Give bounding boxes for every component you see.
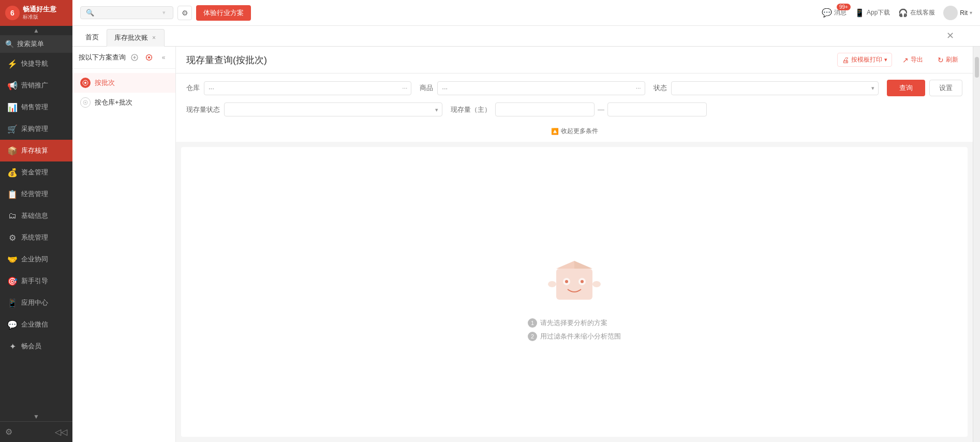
- newuser-icon: 🎯: [8, 276, 17, 286]
- sidebar-item-basic[interactable]: 🗂 基础信息: [0, 205, 72, 227]
- messages-btn[interactable]: 💬 消息 99+: [822, 8, 847, 18]
- refresh-btn[interactable]: ↻ 刷新: [933, 53, 962, 66]
- plan-list: 按批次 按仓库+批次: [72, 69, 175, 116]
- export-btn[interactable]: ↗ 导出: [898, 53, 927, 66]
- marketing-icon: 📢: [8, 81, 17, 90]
- status-select[interactable]: [671, 81, 879, 95]
- empty-tip-1: 1 请先选择要分析的方案: [528, 318, 621, 328]
- enterprise-icon: 🤝: [8, 255, 17, 264]
- gear-icon: ⚙: [182, 9, 188, 17]
- scroll-up-btn[interactable]: ▲: [0, 26, 72, 35]
- sidebar-item-operation[interactable]: 📋 经营管理: [0, 183, 72, 205]
- plan-item-warehouse-batch[interactable]: 按仓库+批次: [72, 93, 175, 112]
- right-scrollbar[interactable]: [973, 47, 980, 442]
- topbar-search-icon: 🔍: [86, 9, 94, 17]
- topbar-left: 🔍 ▾ ⚙ 体验行业方案: [80, 5, 816, 21]
- sidebar-item-finance[interactable]: 💰 资金管理: [0, 161, 72, 183]
- member-icon: ✦: [8, 342, 17, 351]
- stock-qty-max-input[interactable]: [607, 102, 707, 116]
- query-btn[interactable]: 查询: [887, 80, 925, 96]
- inventory-icon: 📦: [8, 146, 17, 155]
- sidebar-item-sales[interactable]: 📊 销售管理: [0, 96, 72, 118]
- filter-status: 状态 ▾: [654, 81, 879, 95]
- online-service-btn[interactable]: 🎧 在线客服: [898, 8, 935, 18]
- sidebar-item-label: 畅会员: [21, 342, 41, 351]
- collapse-panel-btn[interactable]: «: [158, 52, 169, 63]
- page-title: 现存量查询(按批次): [186, 54, 267, 66]
- download-icon: 📱: [855, 8, 865, 18]
- collapse-btn[interactable]: 🔼 收起更多条件: [547, 125, 602, 138]
- print-dropdown-icon[interactable]: ▾: [884, 56, 887, 63]
- tab-inventory-batch[interactable]: 库存批次账 ×: [107, 29, 165, 47]
- search-menu-label: 搜索菜单: [17, 39, 44, 49]
- export-btn-label: 导出: [911, 55, 923, 64]
- stock-status-select[interactable]: [224, 102, 442, 116]
- purchase-icon: 🛒: [8, 124, 17, 134]
- settings-icon[interactable]: ⚙: [5, 427, 12, 437]
- product-input[interactable]: [437, 81, 645, 95]
- empty-illustration: [541, 243, 608, 310]
- basic-icon: 🗂: [8, 211, 17, 220]
- svg-point-13: [592, 281, 601, 287]
- content-area: 按以下方案查询: [72, 47, 980, 442]
- warehouse-more-icon[interactable]: ···: [402, 84, 407, 92]
- empty-tip-2: 2 用过滤条件来缩小分析范围: [528, 332, 621, 341]
- sidebar-item-quick-nav[interactable]: ⚡ 快捷导航: [0, 53, 72, 75]
- filter-row-1: 仓库 ··· 商品 ···: [186, 80, 962, 96]
- sidebar-item-apps[interactable]: 📱 应用中心: [0, 292, 72, 314]
- print-btn[interactable]: 🖨 按模板打印 ▾: [837, 53, 892, 67]
- product-more-icon[interactable]: ···: [636, 84, 641, 92]
- search-menu-btn[interactable]: 🔍 搜索菜单: [0, 35, 72, 53]
- tip-num-1: 1: [528, 318, 537, 328]
- sidebar-item-member[interactable]: ✦ 畅会员: [0, 335, 72, 357]
- product-input-wrap: ···: [437, 81, 645, 95]
- system-icon: ⚙: [8, 233, 17, 242]
- sidebar-item-enterprise[interactable]: 🤝 企业协同: [0, 248, 72, 270]
- settings-outline-btn[interactable]: 设置: [929, 80, 962, 96]
- scrollbar-thumb[interactable]: [975, 57, 979, 78]
- sidebar-item-marketing[interactable]: 📢 营销推广: [0, 75, 72, 96]
- svg-point-2: [148, 56, 150, 58]
- finance-icon: 💰: [8, 168, 17, 177]
- collapse-btn-label: 收起更多条件: [561, 127, 598, 136]
- plan-settings-btn[interactable]: [143, 52, 155, 63]
- plan-item-batch[interactable]: 按批次: [72, 73, 175, 93]
- warehouse-input[interactable]: [204, 81, 411, 95]
- add-plan-btn[interactable]: [129, 52, 140, 63]
- collapse-sidebar-icon[interactable]: ◁◁: [55, 427, 67, 437]
- sidebar: 6 畅通好生意 标准版 ▲ 🔍 搜索菜单 ⚡ 快捷导航 📢 营销推广: [0, 0, 72, 442]
- sidebar-item-newuser[interactable]: 🎯 新手引导: [0, 270, 72, 292]
- stock-qty-min-input[interactable]: [495, 102, 595, 116]
- svg-point-10: [565, 280, 568, 283]
- sidebar-item-label: 采购管理: [21, 124, 48, 134]
- service-icon: 🎧: [898, 8, 908, 18]
- app-download-btn[interactable]: 📱 App下载: [855, 8, 890, 18]
- scroll-down-btn[interactable]: ▼: [0, 412, 72, 421]
- filter-action-buttons: 查询 设置: [887, 80, 962, 96]
- tab-home[interactable]: 首页: [78, 28, 107, 46]
- operation-icon: 📋: [8, 189, 17, 199]
- tip-num-2: 2: [528, 332, 537, 341]
- topbar: 🔍 ▾ ⚙ 体验行业方案 💬 消息 99+ 📱 App下载: [72, 0, 980, 26]
- sidebar-item-label: 企业微信: [21, 320, 48, 329]
- topbar-search-input[interactable]: [97, 9, 159, 17]
- sidebar-item-system[interactable]: ⚙ 系统管理: [0, 227, 72, 248]
- trial-btn[interactable]: 体验行业方案: [196, 5, 251, 21]
- filter-stock-qty: 现存量（主） —: [451, 102, 707, 116]
- filter-warehouse: 仓库 ···: [186, 81, 411, 95]
- close-all-tabs-btn[interactable]: ✕: [946, 30, 954, 41]
- print-btn-label: 按模板打印: [851, 55, 882, 64]
- sidebar-item-inventory[interactable]: 📦 库存核算: [0, 140, 72, 161]
- app-logo: 6: [5, 6, 20, 20]
- sidebar-item-label: 销售管理: [21, 102, 48, 112]
- sidebar-item-label: 库存核算: [21, 146, 48, 155]
- topbar-search-box[interactable]: 🔍 ▾: [80, 6, 173, 19]
- tab-close-btn[interactable]: ×: [151, 33, 157, 42]
- topbar-dropdown-icon[interactable]: ▾: [162, 9, 166, 16]
- topbar-settings-btn[interactable]: ⚙: [177, 6, 192, 20]
- sidebar-item-purchase[interactable]: 🛒 采购管理: [0, 118, 72, 140]
- user-avatar-btn[interactable]: Rit ▾: [943, 6, 972, 20]
- left-panel-title: 按以下方案查询: [79, 53, 126, 62]
- sidebar-item-wechat[interactable]: 💬 企业微信: [0, 314, 72, 335]
- sidebar-item-label: 资金管理: [21, 168, 48, 177]
